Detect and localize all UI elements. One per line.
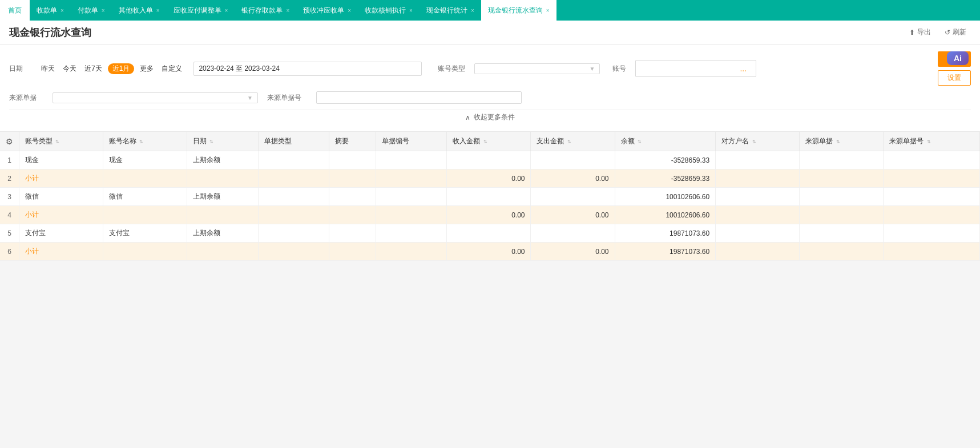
date-yesterday[interactable]: 昨天: [39, 63, 57, 74]
table-cell: [716, 206, 800, 224]
table-cell: [531, 151, 615, 169]
nav-tab-other-income[interactable]: 其他收入单 ×: [112, 0, 167, 21]
refresh-button[interactable]: ↺ 刷新: [940, 25, 971, 39]
nav-tab-bank-deposit[interactable]: 银行存取款单 ×: [235, 0, 296, 21]
nav-tab-other-income-label: 其他收入单: [119, 6, 153, 15]
source-doc-select[interactable]: ▼: [53, 92, 258, 103]
table-cell: [716, 188, 800, 206]
col-account-type-label: 账号类型: [25, 137, 53, 145]
col-source-doc[interactable]: 来源单据 ⇅: [800, 132, 884, 151]
filter-area: 日期 昨天 今天 近7天 近1月 更多 自定义 2023-02-24 至 202…: [0, 45, 980, 132]
table-cell: [800, 188, 884, 206]
table-cell: 19871073.60: [615, 243, 716, 261]
nav-tab-home-label: 首页: [8, 6, 22, 15]
collapse-bar[interactable]: ∧ 收起更多条件: [9, 110, 971, 124]
nav-tab-ar-ap-adjust[interactable]: 应收应付调整单 ×: [167, 0, 235, 21]
nav-tab-receipt-verify-close[interactable]: ×: [409, 7, 413, 14]
col-account-name-label: 账号名称: [109, 137, 136, 145]
account-input[interactable]: [640, 63, 735, 74]
date-today[interactable]: 今天: [61, 63, 79, 74]
table-cell: [531, 224, 615, 243]
col-source-doc-num-label: 来源单据号: [889, 137, 923, 145]
col-doc-num-label: 单据编号: [382, 137, 409, 145]
col-doc-num[interactable]: 单据编号: [376, 132, 447, 151]
date-more[interactable]: 更多: [138, 63, 156, 74]
nav-tab-payment[interactable]: 付款单 ×: [71, 0, 112, 21]
nav-tab-receipt-verify-label: 收款核销执行: [365, 6, 406, 15]
date-7days[interactable]: 近7天: [82, 63, 104, 74]
nav-tab-payment-close[interactable]: ×: [102, 7, 105, 14]
nav-tab-receipt[interactable]: 收款单 ×: [30, 0, 71, 21]
nav-tab-bank-deposit-close[interactable]: ×: [286, 7, 289, 14]
table-cell: 0.00: [531, 206, 615, 224]
col-doc-type-label: 单据类型: [264, 137, 292, 145]
nav-tab-advance-receipt[interactable]: 预收冲应收单 ×: [296, 0, 358, 21]
nav-tab-advance-receipt-close[interactable]: ×: [348, 7, 351, 14]
table-cell: 100102606.60: [615, 188, 716, 206]
nav-tab-other-income-close[interactable]: ×: [156, 7, 160, 14]
table-cell: [884, 169, 980, 188]
table-cell: [884, 151, 980, 169]
table-cell: [800, 151, 884, 169]
nav-tab-home[interactable]: 首页: [0, 0, 30, 21]
col-counterparty-label: 对方户名: [721, 137, 749, 145]
date-1month[interactable]: 近1月: [108, 63, 135, 74]
nav-tab-ar-ap-adjust-close[interactable]: ×: [225, 7, 228, 14]
nav-tab-receipt-close[interactable]: ×: [61, 7, 64, 14]
col-settings[interactable]: ⚙: [0, 132, 19, 151]
nav-tab-receipt-verify[interactable]: 收款核销执行 ×: [358, 0, 420, 21]
account-type-select[interactable]: ▼: [474, 63, 600, 74]
table-cell: [376, 224, 447, 243]
col-balance-label: 余额: [621, 137, 635, 145]
source-doc-label: 来源单据: [9, 93, 43, 103]
collapse-up-icon: ∧: [465, 114, 470, 122]
col-account-type[interactable]: 账号类型 ⇅: [19, 132, 103, 151]
table-cell: [258, 169, 329, 188]
table-cell: [376, 188, 447, 206]
table-cell: [716, 224, 800, 243]
col-date-sort-icon: ⇅: [209, 139, 213, 144]
nav-tab-cash-bank-stat[interactable]: 现金银行统计 ×: [420, 0, 481, 21]
table-settings-icon[interactable]: ⚙: [6, 137, 13, 146]
col-account-name[interactable]: 账号名称 ⇅: [103, 132, 187, 151]
date-range-value: 2023-02-24 至 2023-03-24: [199, 64, 279, 74]
source-doc-num-label: 来源单据号: [267, 93, 307, 103]
account-ellipsis-button[interactable]: ...: [735, 62, 751, 75]
col-account-name-sort-icon: ⇅: [139, 139, 143, 144]
settings-button[interactable]: 设置: [938, 70, 971, 86]
table-cell: [447, 151, 531, 169]
nav-tab-cash-bank-stat-close[interactable]: ×: [471, 7, 474, 14]
col-date[interactable]: 日期 ⇅: [187, 132, 259, 151]
table-cell: [187, 169, 259, 188]
account-type-label: 账号类型: [431, 64, 465, 74]
col-source-doc-num[interactable]: 来源单据号 ⇅: [884, 132, 980, 151]
ai-badge[interactable]: Ai: [947, 51, 969, 65]
table-cell: [716, 243, 800, 261]
cell-row-num: 3: [0, 188, 19, 206]
table-row: 3微信微信上期余额100102606.60: [0, 188, 980, 206]
source-doc-num-input[interactable]: [316, 91, 522, 104]
col-expense[interactable]: 支出金额 ⇅: [531, 132, 615, 151]
col-balance[interactable]: 余额 ⇅: [615, 132, 716, 151]
cell-row-num: 5: [0, 224, 19, 243]
table-cell: 小计: [19, 243, 103, 261]
table-header-row: ⚙ 账号类型 ⇅ 账号名称 ⇅ 日期 ⇅ 单据类型 摘要: [0, 132, 980, 151]
table-row: 4小计0.000.00100102606.60: [0, 206, 980, 224]
table-cell: 0.00: [447, 243, 531, 261]
export-icon: ⬆: [909, 29, 915, 37]
col-income[interactable]: 收入金额 ⇅: [447, 132, 531, 151]
col-summary[interactable]: 摘要: [329, 132, 376, 151]
table-body: 1现金现金上期余额-3528659.332小计0.000.00-3528659.…: [0, 151, 980, 261]
nav-tab-cash-bank-flow-close[interactable]: ×: [546, 7, 550, 14]
export-button[interactable]: ⬆ 导出: [905, 25, 935, 39]
date-custom[interactable]: 自定义: [159, 63, 184, 74]
col-doc-type[interactable]: 单据类型: [258, 132, 329, 151]
date-range-input[interactable]: 2023-02-24 至 2023-03-24: [193, 62, 422, 76]
table-cell: 100102606.60: [615, 206, 716, 224]
nav-tab-cash-bank-flow[interactable]: 现金银行流水查询 ×: [481, 0, 556, 21]
table-cell: [376, 169, 447, 188]
table-cell: [800, 169, 884, 188]
table-cell: 微信: [103, 188, 187, 206]
col-counterparty[interactable]: 对方户名 ⇅: [716, 132, 800, 151]
table-cell: [258, 206, 329, 224]
